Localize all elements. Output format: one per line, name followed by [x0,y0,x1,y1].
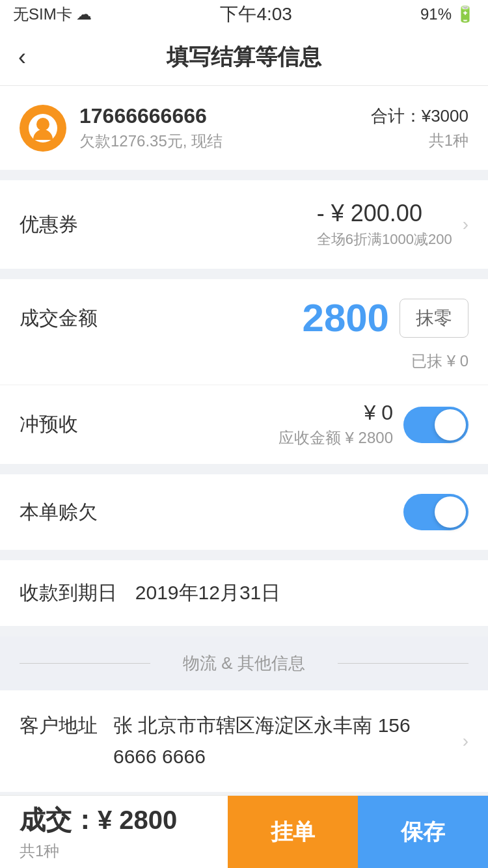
customer-left: 17666666666 欠款1276.35元, 现结 [20,104,223,152]
status-right: 91% 🔋 [420,5,475,23]
prepay-toggle[interactable] [403,407,468,443]
prepay-value: ¥ 0 [278,401,393,425]
address-value: 张 北京市市辖区海淀区永丰南 156 6666 6666 [113,710,456,772]
coupon-row[interactable]: 优惠券 - ¥ 200.00 全场6折满1000减200 › [0,180,488,269]
deal-row: 成交金额 2800 抹零 [0,279,488,351]
address-chevron-icon: › [463,731,468,752]
pending-button[interactable]: 挂单 [228,796,358,869]
prepay-amounts: ¥ 0 应收金额 ¥ 2800 [278,401,393,448]
prepay-right: ¥ 0 应收金额 ¥ 2800 [278,401,468,448]
overdue-row: 本单赊欠 [0,474,488,550]
overdue-section: 本单赊欠 [0,474,488,550]
deal-sub: 已抹 ¥ 0 [0,351,488,385]
bottom-count: 共1种 [20,841,208,861]
bottom-bar: 成交：¥ 2800 共1种 挂单 保存 [0,795,488,868]
logistics-label: 物流 & 其他信息 [183,652,305,675]
deal-amount: 2800 [303,299,389,338]
nav-bar: ‹ 填写结算等信息 [0,29,488,86]
coupon-chevron-icon: › [463,214,468,235]
duedate-label: 收款到期日 [20,582,117,603]
customer-right: 合计：¥3000 共1种 [371,105,468,151]
divider-line-right [338,663,468,664]
bottom-deal-label: 成交： [20,806,98,834]
prepay-row: 冲预收 ¥ 0 应收金额 ¥ 2800 [0,385,488,464]
overdue-label: 本单赊欠 [20,499,98,526]
avatar [20,105,66,152]
prepay-label: 冲预收 [20,411,78,438]
back-button[interactable]: ‹ [18,44,26,71]
prepay-sub: 应收金额 ¥ 2800 [278,427,393,448]
coupon-label: 优惠券 [20,211,78,238]
coupon-desc: 全场6折满1000减200 [317,230,452,249]
address-section[interactable]: 客户地址 张 北京市市辖区海淀区永丰南 156 6666 6666 › [0,690,488,792]
avatar-icon [29,114,57,142]
bottom-summary: 成交：¥ 2800 共1种 [0,802,228,861]
total-count: 共1种 [371,130,468,151]
address-label: 客户地址 [20,710,98,741]
status-time: 下午4:03 [220,2,292,27]
deal-section: 成交金额 2800 抹零 已抹 ¥ 0 冲预收 ¥ 0 应收金额 ¥ 2800 [0,279,488,464]
customer-phone: 17666666666 [79,104,223,128]
round-button[interactable]: 抹零 [400,299,468,338]
sim-text: 无SIM卡 ☁ [13,4,92,25]
duedate-value: 2019年12月31日 [135,582,280,603]
status-left: 无SIM卡 ☁ [13,4,92,25]
coupon-amount: - ¥ 200.00 [317,200,452,227]
save-button[interactable]: 保存 [358,796,488,869]
nav-title: 填写结算等信息 [167,42,321,72]
duedate-section: 收款到期日 2019年12月31日 [0,560,488,626]
divider-line-left [20,663,150,664]
battery-icon: 🔋 [455,5,475,23]
bottom-deal-row: 成交：¥ 2800 [20,802,208,838]
total-label: 合计：¥3000 [371,105,468,128]
logistics-divider: 物流 & 其他信息 [0,636,488,690]
battery-text: 91% [420,5,452,23]
coupon-section: 优惠券 - ¥ 200.00 全场6折满1000减200 › [0,180,488,269]
deal-label: 成交金额 [20,305,98,332]
bottom-deal-amount: ¥ 2800 [98,806,177,834]
status-bar: 无SIM卡 ☁ 下午4:03 91% 🔋 [0,0,488,29]
customer-debt: 欠款1276.35元, 现结 [79,131,223,152]
customer-card: 17666666666 欠款1276.35元, 现结 合计：¥3000 共1种 [0,86,488,170]
customer-info: 17666666666 欠款1276.35元, 现结 [79,104,223,152]
deal-right: 2800 抹零 [303,299,468,338]
content: 17666666666 欠款1276.35元, 现结 合计：¥3000 共1种 … [0,86,488,868]
overdue-toggle[interactable] [403,494,468,530]
coupon-right: - ¥ 200.00 全场6折满1000减200 › [317,200,468,249]
